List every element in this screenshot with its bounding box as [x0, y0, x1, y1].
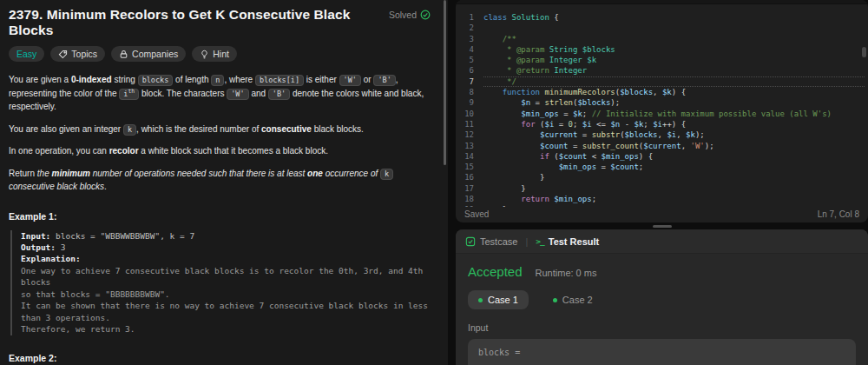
code-line[interactable]: 10 $min_ops = $k; // Initialize with max…: [456, 109, 868, 119]
line-number: 5: [456, 55, 483, 65]
code-line[interactable]: 18 return $min_ops;: [456, 194, 868, 204]
page-title: 2379. Minimum Recolors to Get K Consecut…: [9, 7, 389, 38]
solved-badge: Solved: [389, 10, 431, 20]
test-result-body: Accepted Runtime: 0 ms Case 1Case 2 Inpu…: [456, 254, 868, 365]
code-line[interactable]: 11 for ($i = 0; $i <= $n - $k; $i++) {: [456, 119, 868, 129]
resize-handle[interactable]: [653, 225, 672, 228]
inline-code: ith: [119, 89, 139, 100]
code-line[interactable]: 14 if ($count < $min_ops) {: [456, 151, 868, 162]
code-line[interactable]: 1class Solution {: [456, 12, 868, 23]
code-line[interactable]: 2: [456, 23, 868, 33]
code-editor-panel: 1class Solution {23 /**4 * @param String…: [456, 0, 868, 222]
code-lines[interactable]: 1class Solution {23 /**4 * @param String…: [456, 4, 868, 207]
line-number: 3: [456, 34, 483, 44]
example-heading: Example 2:: [9, 353, 436, 363]
line-number: 18: [456, 194, 483, 204]
tab-separator: |: [525, 236, 528, 247]
code-line[interactable]: 16 }: [456, 172, 868, 182]
case-status-dot: [478, 298, 483, 302]
line-number: 1: [456, 12, 483, 23]
tag-icon: [58, 50, 68, 59]
code-line[interactable]: 12 $current = substr($blocks, $i, $k);: [456, 129, 868, 140]
status-accepted: Accepted: [468, 264, 523, 279]
code-line[interactable]: 17 }: [456, 183, 868, 194]
saved-status: Saved: [464, 209, 489, 219]
text-segment: occurrence of: [323, 169, 380, 178]
cursor-position: Ln 7, Col 8: [818, 209, 859, 219]
tab-testcase[interactable]: Testcase: [465, 236, 517, 247]
code-line[interactable]: 13 $count = substr_count($current, 'W');: [456, 141, 868, 151]
example-line: Therefore, we return 3.: [21, 323, 436, 335]
text-segment: minimum: [51, 169, 89, 178]
case-tab-1[interactable]: Case 1: [468, 290, 529, 309]
text-segment: is either: [304, 75, 339, 84]
code-line[interactable]: 3 /**: [456, 34, 868, 44]
inline-code: 'W': [227, 89, 248, 100]
problem-panel: 2379. Minimum Recolors to Get K Consecut…: [0, 0, 448, 365]
inline-code: 'B': [268, 89, 290, 100]
text-segment: In one operation, you can: [9, 146, 109, 156]
text-segment: or: [361, 75, 373, 84]
editor-statusbar: Saved Ln 7, Col 8: [464, 209, 859, 219]
testcase-tab-label: Testcase: [480, 236, 517, 247]
inline-code: n: [211, 75, 224, 86]
text-segment: block. The characters: [139, 89, 227, 98]
code-line[interactable]: 5 * @param Integer $k: [456, 55, 868, 65]
text-segment: Return: [9, 169, 37, 178]
text-segment: consecutive black blocks: [9, 182, 104, 191]
companies-button[interactable]: Companies: [111, 46, 186, 62]
case-tab-2[interactable]: Case 2: [542, 290, 603, 309]
code-line[interactable]: 6 * @return Integer: [456, 65, 868, 76]
lightbulb-icon: [200, 50, 209, 59]
text-segment: string: [112, 75, 138, 84]
testcase-input-box[interactable]: blocks = "WBBWWBBWBW": [468, 339, 856, 365]
check-square-icon: [465, 236, 476, 247]
difficulty-label: Easy: [16, 49, 36, 59]
text-segment: and: [249, 89, 268, 98]
lock-icon: [119, 50, 128, 59]
description-paragraph: You are given a 0-indexed string blocks …: [9, 73, 436, 114]
line-number: 14: [456, 151, 483, 162]
text-segment: one: [307, 169, 323, 178]
examples: Example 1:Input: blocks = "WBBWWBBWBW", …: [9, 211, 436, 365]
text-segment: consecutive: [261, 124, 312, 134]
description-paragraph: In one operation, you can recolor a whit…: [9, 144, 436, 158]
test-result-tab-label: Test Result: [549, 236, 599, 247]
editor-scrollbar[interactable]: [862, 47, 866, 57]
description-paragraph: You are also given an integer k, which i…: [9, 123, 436, 136]
inline-code: blocks: [138, 75, 174, 86]
line-number: 10: [456, 109, 483, 119]
line-number: 8: [456, 87, 483, 97]
line-number: 2: [456, 23, 483, 33]
difficulty-badge[interactable]: Easy: [9, 46, 44, 62]
left-panel-scrollbar[interactable]: [444, 0, 446, 165]
description-paragraph: Return the minimum number of operations …: [9, 167, 436, 194]
code-line[interactable]: 15 $min_ops = $count;: [456, 162, 868, 172]
line-number: 15: [456, 162, 483, 172]
right-column: 1class Solution {23 /**4 * @param String…: [456, 0, 868, 365]
line-number: 13: [456, 141, 483, 151]
text-segment: a white block such that it becomes a bla…: [139, 146, 328, 156]
case-label: Case 2: [562, 295, 593, 305]
topics-label: Topics: [71, 49, 97, 59]
inline-code: k: [380, 169, 393, 180]
text-segment: You are given a: [9, 75, 71, 84]
solved-label: Solved: [389, 10, 417, 20]
example-line: so that blocks = "BBBBBBBWBW".: [21, 289, 436, 300]
tab-test-result[interactable]: >_ Test Result: [536, 236, 599, 247]
line-number: 16: [456, 172, 483, 182]
inline-code: 'B': [373, 75, 395, 86]
inline-code: k: [123, 124, 136, 136]
text-segment: black blocks.: [312, 124, 364, 134]
code-line[interactable]: 7 */: [456, 76, 868, 87]
code-line[interactable]: 9 $n = strlen($blocks);: [456, 97, 868, 108]
code-line[interactable]: 19 }: [456, 204, 868, 207]
topics-button[interactable]: Topics: [50, 46, 105, 62]
text-segment: , which is the desired number of: [136, 124, 261, 134]
hint-button[interactable]: Hint: [192, 46, 237, 62]
code-line[interactable]: 8 function minimumRecolors($blocks, $k) …: [456, 87, 868, 97]
code-line[interactable]: 4 * @param String $blocks: [456, 44, 868, 55]
input-section-label: Input: [468, 322, 856, 333]
input-field-name: blocks =: [478, 348, 845, 357]
line-number: 11: [456, 119, 483, 129]
